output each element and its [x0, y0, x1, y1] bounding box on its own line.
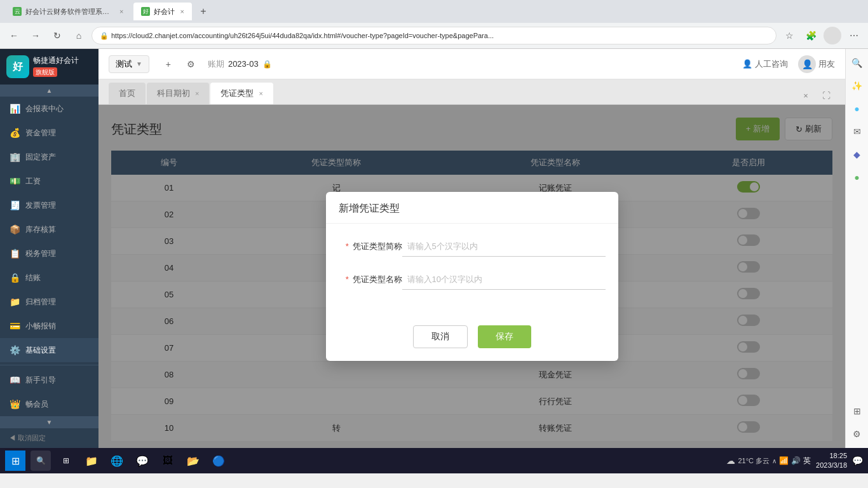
tab-close-1[interactable]: × — [119, 8, 123, 15]
sidebar-item-tax[interactable]: 📋 税务管理 — [0, 241, 98, 266]
bookmark-button[interactable]: ☆ — [780, 27, 798, 44]
address-text: https://cloud2.chanjet.com/accounting/uh… — [111, 32, 494, 39]
wechat-icon: 💬 — [136, 455, 149, 467]
new-tab-button[interactable]: + — [194, 3, 212, 20]
tab-voucher-close[interactable]: × — [259, 90, 262, 97]
name-input[interactable] — [402, 269, 606, 290]
archive-icon: 📁 — [9, 296, 20, 308]
tab-subject-close[interactable]: × — [195, 90, 199, 97]
user-button[interactable]: 👤 用友 — [798, 55, 835, 73]
sidebar-item-invoice[interactable]: 🧾 发票管理 — [0, 193, 98, 217]
tab-home[interactable]: 首页 — [109, 83, 146, 104]
dialog-title: 新增凭证类型 — [326, 192, 618, 224]
reload-button[interactable]: ↻ — [48, 27, 66, 44]
save-button[interactable]: 保存 — [478, 325, 531, 348]
taskbar-tray: ☁ 21°C 多云 ∧ 📶 🔊 英 — [726, 456, 811, 466]
right-grid-icon[interactable]: ⊞ — [848, 402, 866, 420]
app-layout: 好 畅捷通好会计 旗舰版 ▲ 📊 会报表中心 💰 资金管理 🏢 固定资产 💵 工… — [0, 49, 868, 448]
settings-gear-button[interactable]: ⚙ — [182, 55, 200, 73]
sidebar-item-membership[interactable]: 👑 畅会员 — [0, 392, 98, 416]
minimize-panel-button[interactable]: × — [797, 86, 815, 104]
sidebar-logo: 好 畅捷通好会计 旗舰版 — [0, 49, 98, 85]
taskbar-explorer[interactable]: 📁 — [81, 451, 102, 471]
sidebar-label-dashboards: 会报表中心 — [25, 104, 64, 114]
workspace-name: 测试 — [116, 58, 132, 70]
tab-voucher-type[interactable]: 凭证类型 × — [210, 83, 273, 104]
home-button[interactable]: ⌂ — [70, 27, 88, 44]
start-button[interactable]: ⊞ — [5, 451, 25, 471]
invoice-icon: 🧾 — [9, 200, 20, 211]
top-right: 👤 人工咨询 👤 用友 — [742, 55, 835, 73]
sidebar-unpin[interactable]: ◀ 取消固定 — [0, 428, 98, 448]
tab-close-2[interactable]: × — [180, 8, 184, 15]
user-avatar-icon: 👤 — [802, 59, 813, 69]
right-email-icon[interactable]: ✉ — [848, 123, 866, 140]
taskbar-taskview[interactable]: ⊞ — [56, 451, 76, 471]
tab-home-label: 首页 — [119, 88, 135, 99]
sidebar-item-settings[interactable]: ⚙️ 基础设置 — [0, 338, 98, 362]
top-bar: 测试 ▼ + ⚙ 账期 2023-03 🔒 👤 人工咨询 👤 — [98, 49, 845, 79]
period-info: 账期 2023-03 🔒 — [208, 58, 272, 70]
chevron-down-icon: ▼ — [136, 60, 142, 67]
unpin-label: ◀ 取消固定 — [9, 433, 46, 443]
period-value: 2023-03 — [228, 59, 259, 69]
notification-icon[interactable]: 💬 — [852, 456, 863, 466]
right-diamond-icon[interactable]: ◆ — [848, 146, 866, 163]
sidebar-label-invoice: 发票管理 — [25, 200, 56, 211]
taskview-icon: ⊞ — [63, 456, 69, 465]
taskbar-search[interactable]: 🔍 — [31, 451, 51, 471]
taskbar-right: ☁ 21°C 多云 ∧ 📶 🔊 英 18:25 2023/3/18 💬 — [726, 451, 863, 471]
tab-favicon-1: 云 — [13, 7, 22, 16]
sidebar-item-fixed-assets[interactable]: 🏢 固定资产 — [0, 145, 98, 169]
browser-tab-1[interactable]: 云 好会计云财务软件管理系统_会计 × — [5, 3, 131, 20]
lang-indicator: 英 — [803, 456, 811, 466]
cancel-button[interactable]: 取消 — [413, 325, 468, 348]
name-field: * 凭证类型名称 — [339, 269, 606, 290]
sidebar-item-closing[interactable]: 🔒 结账 — [0, 266, 98, 290]
main-area: 测试 ▼ + ⚙ 账期 2023-03 🔒 👤 人工咨询 👤 — [98, 49, 845, 448]
profile-button[interactable] — [824, 27, 841, 44]
taskbar-edge[interactable]: 🔵 — [208, 451, 229, 471]
forward-button[interactable]: → — [27, 27, 44, 44]
right-search-icon[interactable]: 🔍 — [848, 54, 866, 72]
address-input[interactable]: 🔒 https://cloud2.chanjet.com/accounting/… — [92, 27, 776, 44]
taskbar-wechat[interactable]: 💬 — [132, 451, 153, 471]
sidebar-item-salary[interactable]: 💵 工资 — [0, 169, 98, 193]
sidebar-scroll-down[interactable]: ▼ — [0, 416, 98, 428]
sidebar-item-inventory[interactable]: 📦 库存核算 — [0, 217, 98, 241]
right-star-icon[interactable]: ✨ — [848, 77, 866, 95]
taskbar-files[interactable]: 📂 — [183, 451, 203, 471]
tax-icon: 📋 — [9, 248, 20, 259]
extensions-button[interactable]: 🧩 — [802, 27, 820, 44]
name-label: * 凭证类型名称 — [339, 274, 402, 285]
logo-badge: 旗舰版 — [33, 67, 57, 77]
sidebar-scroll-up[interactable]: ▲ — [0, 85, 98, 97]
funds-icon: 💰 — [9, 127, 20, 139]
right-green-icon[interactable]: ● — [848, 168, 866, 186]
sidebar-label-expense: 小畅报销 — [25, 321, 56, 332]
sidebar-item-dashboards[interactable]: 📊 会报表中心 — [0, 97, 98, 121]
tray-expand[interactable]: ∧ — [772, 458, 776, 464]
sidebar-item-expense[interactable]: 💳 小畅报销 — [0, 314, 98, 338]
add-workspace-button[interactable]: + — [159, 55, 177, 73]
tab-subject[interactable]: 科目期初 × — [147, 83, 209, 104]
right-gear-icon[interactable]: ⚙ — [848, 425, 866, 443]
right-circle-icon[interactable]: ● — [848, 100, 866, 118]
taskbar-chrome[interactable]: 🌐 — [107, 451, 127, 471]
clock-time: 18:25 — [816, 451, 847, 461]
sidebar-label-guide: 新手引导 — [25, 375, 56, 386]
sidebar-item-guide[interactable]: 📖 新手引导 — [0, 368, 98, 392]
sidebar-label-archive: 归档管理 — [25, 297, 56, 308]
sidebar-item-funds[interactable]: 💰 资金管理 — [0, 121, 98, 145]
dialog-footer: 取消 保存 — [326, 315, 618, 361]
back-button[interactable]: ← — [5, 27, 23, 44]
help-button[interactable]: 👤 人工咨询 — [742, 58, 788, 70]
more-button[interactable]: ⋯ — [845, 27, 863, 44]
sidebar-item-archive[interactable]: 📁 归档管理 — [0, 290, 98, 314]
browser-tab-2[interactable]: 好 好会计 × — [133, 3, 191, 20]
required-icon-name: * — [346, 274, 349, 284]
short-input[interactable] — [402, 236, 606, 257]
taskbar-photos[interactable]: 🖼 — [158, 451, 178, 471]
expand-panel-button[interactable]: ⛶ — [817, 86, 835, 104]
workspace-selector[interactable]: 测试 ▼ — [109, 55, 149, 73]
